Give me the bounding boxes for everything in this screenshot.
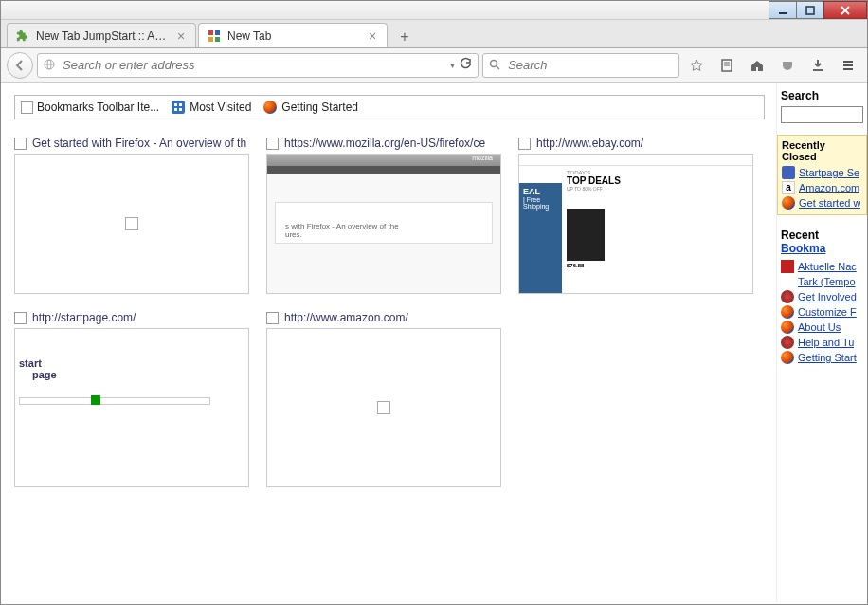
- thumb-preview[interactable]: [266, 328, 501, 487]
- puzzle-icon: [15, 28, 30, 44]
- recent-bookmarks-heading: Recent Bookma: [781, 229, 863, 255]
- window-maximize-button[interactable]: [796, 1, 824, 19]
- recently-closed-item[interactable]: aAmazon.com: [782, 180, 862, 195]
- svg-rect-20: [174, 103, 177, 106]
- startpage-preview: startpage: [15, 329, 248, 486]
- firefox-icon: [781, 321, 794, 334]
- thumb-title[interactable]: http://www.ebay.com/: [536, 137, 753, 150]
- thumb-preview[interactable]: EAL| Free Shipping TODAY'S TOP DEALS UP …: [518, 154, 753, 294]
- tab-addons[interactable]: New Tab JumpStart :: Add-... ×: [7, 23, 196, 47]
- window-controls: [769, 1, 867, 19]
- thumb-preview[interactable]: mozilla s with Firefox - An overview of …: [266, 154, 501, 294]
- svg-rect-1: [806, 7, 814, 14]
- firefox-icon: [781, 351, 794, 364]
- svg-rect-22: [174, 108, 177, 111]
- thumb-title[interactable]: https://www.mozilla.org/en-US/firefox/ce: [284, 137, 501, 150]
- main-panel: Bookmarks Toolbar Ite... Most Visited Ge…: [3, 83, 776, 602]
- bookmark-item[interactable]: Aktuelle Nac: [781, 259, 863, 274]
- identity-icon: [44, 59, 57, 72]
- svg-point-11: [491, 60, 497, 66]
- mozilla-preview: mozilla s with Firefox - An overview of …: [267, 155, 500, 293]
- svg-rect-19: [172, 101, 185, 114]
- jumpstart-icon: [207, 28, 222, 44]
- thumb-checkbox-icon: [14, 138, 27, 150]
- content-area: Bookmarks Toolbar Ite... Most Visited Ge…: [3, 83, 867, 602]
- thumb-title[interactable]: http://www.amazon.com/: [284, 311, 501, 324]
- placeholder-icon: [377, 401, 390, 414]
- thumb-checkbox-icon: [14, 312, 27, 324]
- window-close-button[interactable]: [823, 1, 867, 19]
- bookmark-label: Most Visited: [190, 101, 251, 114]
- bookmark-star-icon[interactable]: [683, 52, 710, 79]
- thumb-title[interactable]: http://startpage.com/: [32, 311, 249, 324]
- thumb-checkbox-icon: [518, 138, 531, 150]
- thumbnail-tile[interactable]: http://www.amazon.com/: [266, 311, 501, 487]
- firefox-icon: [262, 100, 278, 115]
- bookmarks-folder[interactable]: Bookmarks Toolbar Ite...: [21, 101, 159, 114]
- svg-rect-23: [179, 108, 182, 111]
- downloads-icon[interactable]: [805, 52, 831, 79]
- recently-closed-item[interactable]: Startpage Se: [782, 165, 862, 180]
- search-bar[interactable]: [482, 53, 679, 78]
- most-visited-folder[interactable]: Most Visited: [171, 100, 251, 115]
- urlbar-dropdown-icon[interactable]: ▾: [450, 60, 455, 70]
- bookmarks-menu-icon[interactable]: [714, 52, 740, 79]
- thumb-checkbox-icon: [266, 312, 279, 324]
- bookmark-label: Getting Started: [281, 101, 358, 114]
- thumb-title[interactable]: Get started with Firefox - An overview o…: [32, 137, 249, 150]
- tab-newtab[interactable]: New Tab ×: [198, 23, 388, 47]
- svg-rect-6: [208, 37, 213, 42]
- thumb-preview[interactable]: [14, 154, 249, 294]
- svg-rect-21: [179, 103, 182, 106]
- sidebar-search-input[interactable]: [781, 106, 863, 123]
- bookmarks-toolbar: Bookmarks Toolbar Ite... Most Visited Ge…: [14, 95, 765, 119]
- svg-rect-4: [208, 30, 213, 35]
- svg-rect-0: [779, 12, 787, 14]
- svg-line-12: [497, 66, 499, 69]
- amazon-icon: a: [782, 181, 795, 194]
- site-icon: [781, 275, 794, 288]
- sidebar-search-heading: Search: [781, 89, 863, 102]
- bookmark-item[interactable]: About Us: [781, 320, 863, 335]
- firefox-icon: [781, 336, 794, 349]
- folder-icon: [21, 101, 33, 114]
- firefox-icon: [781, 305, 794, 319]
- bookmark-item[interactable]: Customize F: [781, 304, 863, 320]
- bookmark-item[interactable]: Get Involved: [781, 289, 863, 304]
- thumbnail-tile[interactable]: https://www.mozilla.org/en-US/firefox/ce…: [266, 137, 501, 294]
- home-icon[interactable]: [744, 52, 770, 79]
- url-bar[interactable]: ▾: [37, 53, 479, 78]
- thumbnail-tile[interactable]: http://startpage.com/ startpage: [14, 311, 249, 487]
- thumb-preview[interactable]: startpage: [14, 328, 249, 487]
- reload-icon[interactable]: [459, 57, 472, 73]
- new-tab-button[interactable]: +: [393, 27, 416, 47]
- search-icon: [489, 59, 502, 72]
- bookmark-item[interactable]: Help and Tu: [781, 335, 863, 350]
- recently-closed-heading: Recently Closed: [782, 139, 862, 162]
- pocket-icon[interactable]: [774, 52, 801, 79]
- menu-icon[interactable]: [835, 52, 861, 79]
- tab-close-icon[interactable]: ×: [174, 29, 188, 43]
- firefox-icon: [781, 290, 794, 303]
- thumb-checkbox-icon: [266, 138, 279, 150]
- bookmark-item[interactable]: Tark (Tempo: [781, 274, 863, 289]
- bookmark-item[interactable]: Getting Start: [781, 350, 863, 365]
- site-icon: [781, 260, 794, 273]
- window-titlebar: [1, 1, 867, 20]
- bookmark-label: Bookmarks Toolbar Ite...: [37, 101, 159, 114]
- tab-title: New Tab JumpStart :: Add-...: [36, 29, 169, 43]
- getting-started-bookmark[interactable]: Getting Started: [262, 100, 358, 115]
- url-input[interactable]: [63, 58, 446, 72]
- thumbnails-grid: Get started with Firefox - An overview o…: [14, 137, 765, 487]
- tab-close-icon[interactable]: ×: [366, 29, 379, 43]
- recently-closed-item[interactable]: Get started w: [782, 195, 862, 211]
- thumbnail-tile[interactable]: http://www.ebay.com/ EAL| Free Shipping …: [518, 137, 753, 294]
- back-button[interactable]: [7, 52, 33, 79]
- navigation-toolbar: ▾: [1, 48, 867, 82]
- recent-bookmarks-box: Recent Bookma Aktuelle Nac Tark (Tempo G…: [777, 223, 867, 371]
- thumbnail-tile[interactable]: Get started with Firefox - An overview o…: [14, 137, 249, 294]
- window-minimize-button[interactable]: [769, 1, 797, 19]
- sidebar-search: Search: [777, 83, 867, 129]
- search-input[interactable]: [508, 58, 673, 72]
- placeholder-icon: [125, 217, 138, 230]
